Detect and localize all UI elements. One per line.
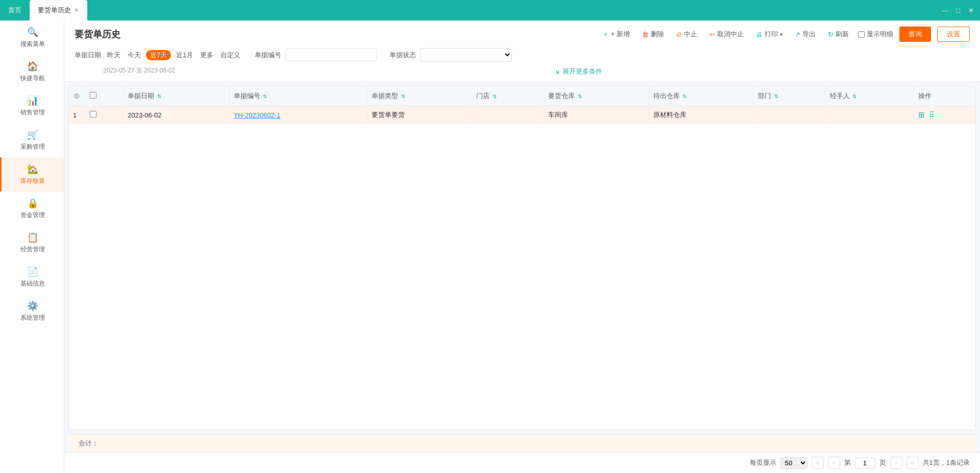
sort-req-warehouse-icon[interactable]: ⇅	[578, 93, 582, 99]
th-store-label: 门店	[476, 92, 489, 100]
doc-no-input[interactable]	[285, 49, 377, 61]
sort-doc-date-icon[interactable]: ⇅	[157, 93, 161, 99]
sidebar-item-search-menu[interactable]: 🔍 搜索菜单	[0, 20, 64, 55]
sidebar-item-basic-info-label: 基础信息	[20, 279, 45, 288]
th-doc-type-label: 单据类型	[372, 92, 398, 100]
shortcut-custom[interactable]: 自定义	[218, 50, 242, 60]
sidebar-item-purchase-mgmt[interactable]: 🛒 采购管理	[0, 123, 64, 157]
page-label-post: 页	[879, 458, 886, 467]
export-label: 导出	[802, 30, 816, 39]
row-select-checkbox[interactable]	[90, 111, 96, 117]
sidebar-item-finance-mgmt[interactable]: 🔒 资金管理	[0, 192, 64, 226]
sidebar-item-ops-mgmt-label: 经营管理	[20, 245, 45, 254]
summary-label: 合计：	[79, 439, 99, 448]
doc-status-select[interactable]	[420, 48, 512, 62]
th-doc-no[interactable]: 单据编号 ⇅	[229, 86, 367, 106]
shortcut-1month[interactable]: 近1月	[174, 50, 195, 60]
table-footer: 合计：	[68, 434, 976, 452]
shortcut-yesterday[interactable]: 昨天	[105, 50, 122, 60]
per-page-label: 每页显示	[750, 458, 776, 467]
th-handler[interactable]: 经手人 ⇅	[825, 86, 914, 106]
page-number-input[interactable]	[855, 458, 875, 468]
th-pending-warehouse[interactable]: 待出仓库 ⇅	[649, 86, 753, 106]
setting-button[interactable]: 设置	[937, 27, 970, 42]
th-req-warehouse[interactable]: 要货仓库 ⇅	[544, 86, 649, 106]
page-title: 要货单历史	[75, 28, 120, 40]
refresh-button[interactable]: ↻ 刷新	[825, 28, 852, 41]
first-page-btn[interactable]: «	[812, 457, 824, 469]
show-detail-input[interactable]	[858, 31, 865, 38]
window-minimize-btn[interactable]: —	[941, 7, 948, 14]
shortcut-today[interactable]: 今天	[126, 50, 143, 60]
page-label-pre: 第	[844, 458, 851, 467]
tab-bar: 首页 要货单历史 ✕ — □ ✕	[0, 0, 980, 20]
next-page-btn[interactable]: ›	[890, 457, 902, 469]
sort-doc-type-icon[interactable]: ⇅	[401, 93, 405, 99]
sidebar-item-sales-mgmt[interactable]: 📊 销售管理	[0, 89, 64, 123]
sidebar-item-sys-mgmt[interactable]: ⚙️ 系统管理	[0, 294, 64, 328]
window-close-btn[interactable]: ✕	[968, 7, 974, 14]
sidebar-item-inventory-calc[interactable]: 🏡 库存核算	[0, 157, 64, 192]
sidebar-item-ops-mgmt[interactable]: 📋 经营管理	[0, 226, 64, 260]
sidebar-item-quick-nav[interactable]: 🏠 快捷导航	[0, 55, 64, 89]
prev-page-btn[interactable]: ‹	[828, 457, 840, 469]
main-layout: 🔍 搜索菜单 🏠 快捷导航 📊 销售管理 🛒 采购管理 🏡 库存核算 🔒 资金管…	[0, 20, 980, 473]
row-edit-icon[interactable]: ⊞	[918, 110, 925, 120]
toolbar: ＋ + 新增 🗑 删除 ⊘ 中止 ↩ 取消中止	[599, 27, 970, 42]
tab-close-icon[interactable]: ✕	[74, 7, 79, 14]
table-container: ⚙ 单据日期 ⇅ 单据编号 ⇅	[68, 86, 976, 430]
export-button[interactable]: ↗ 导出	[792, 28, 819, 41]
doc-no-link[interactable]: YH-20230602-1	[234, 111, 281, 119]
sort-department-icon[interactable]: ⇅	[774, 93, 778, 99]
expand-more-btn[interactable]: ∨ 展开更多条件	[555, 67, 602, 76]
show-detail-label: 显示明细	[867, 30, 893, 39]
suspend-button[interactable]: ⊘ 中止	[673, 28, 700, 41]
th-department[interactable]: 部门 ⇅	[754, 86, 826, 106]
window-maximize-btn[interactable]: □	[956, 7, 960, 14]
date-shortcuts: 昨天 今天 近7天 近1月 更多 自定义	[105, 50, 242, 60]
row-doc-no[interactable]: YH-20230602-1	[229, 106, 367, 124]
row-department	[754, 106, 826, 124]
filter-row-date-range: 2023-05-27 至 2023-06-02 ∨ 展开更多条件	[75, 65, 970, 76]
shortcut-more[interactable]: 更多	[198, 50, 215, 60]
last-page-btn[interactable]: »	[906, 457, 919, 469]
content-area: 要货单历史 ＋ + 新增 🗑 删除 ⊘ 中止 ↩	[64, 20, 980, 473]
suspend-icon: ⊘	[676, 31, 682, 38]
new-button[interactable]: ＋ + 新增	[599, 28, 633, 41]
new-icon: ＋	[602, 30, 609, 39]
cancel-suspend-button[interactable]: ↩ 取消中止	[706, 28, 747, 41]
filter-group-date: 单据日期 昨天 今天 近7天 近1月 更多 自定义	[75, 50, 242, 60]
th-checkbox	[85, 86, 124, 106]
delete-button[interactable]: 🗑 删除	[639, 28, 667, 41]
sidebar-item-purchase-mgmt-label: 采购管理	[20, 143, 45, 151]
ops-mgmt-icon: 📋	[27, 232, 38, 243]
shortcut-7days[interactable]: 近7天	[146, 50, 171, 60]
th-doc-no-label: 单据编号	[234, 92, 260, 100]
per-page-select[interactable]: 50 10 20 100	[780, 457, 807, 469]
expand-down-icon: ∨	[555, 68, 560, 76]
show-detail-checkbox[interactable]: 显示明细	[858, 30, 893, 39]
sidebar-item-sales-mgmt-label: 销售管理	[20, 108, 45, 117]
sort-store-icon[interactable]: ⇅	[493, 93, 497, 99]
print-dropdown-icon[interactable]: ▾	[780, 32, 782, 37]
print-button[interactable]: 🖨 打印 ▾	[753, 28, 786, 41]
sidebar-item-basic-info[interactable]: 📄 基础信息	[0, 260, 64, 294]
sidebar-item-inventory-calc-label: 库存核算	[20, 177, 45, 185]
sys-mgmt-icon: ⚙️	[27, 300, 38, 312]
select-all-checkbox[interactable]	[90, 92, 96, 99]
sort-pending-warehouse-icon[interactable]: ⇅	[682, 93, 687, 99]
th-actions: 操作	[914, 86, 975, 106]
row-checkbox[interactable]	[85, 106, 124, 124]
tab-requisition-history-label: 要货单历史	[38, 6, 71, 15]
sort-doc-no-icon[interactable]: ⇅	[263, 93, 267, 99]
column-settings-icon[interactable]: ⚙	[74, 92, 80, 100]
th-settings[interactable]: ⚙	[69, 86, 85, 106]
th-doc-date[interactable]: 单据日期 ⇅	[124, 86, 230, 106]
tab-requisition-history[interactable]: 要货单历史 ✕	[30, 0, 87, 20]
query-button[interactable]: 查询	[899, 27, 931, 42]
row-more-icon[interactable]: ⠿	[929, 110, 935, 120]
sort-handler-icon[interactable]: ⇅	[852, 93, 856, 99]
th-store[interactable]: 门店 ⇅	[472, 86, 544, 106]
tab-home[interactable]: 首页	[0, 0, 30, 20]
th-doc-type[interactable]: 单据类型 ⇅	[368, 86, 472, 106]
